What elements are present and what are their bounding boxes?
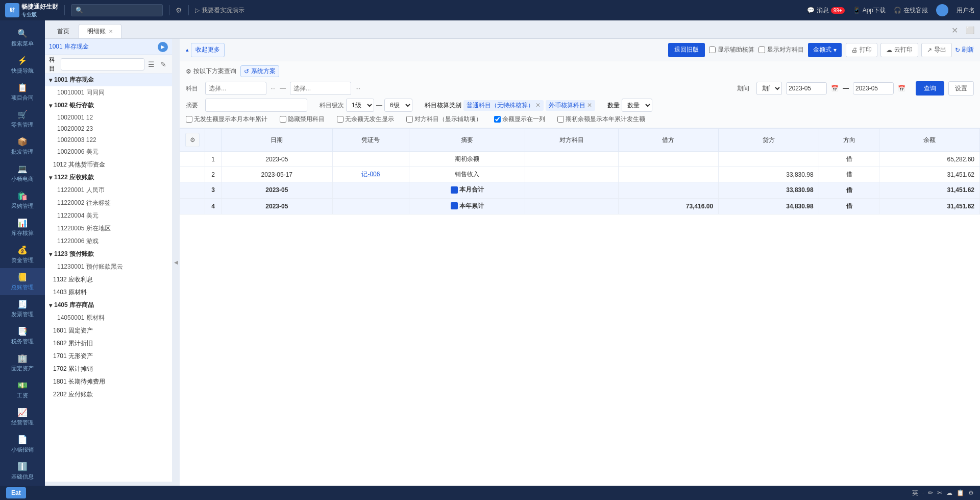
tree-item-14050001[interactable]: 14050001 原材料 <box>45 312 172 324</box>
sidebar-item-basic-info[interactable]: ℹ️ 基础信息 <box>0 458 45 485</box>
tree-item-10020006[interactable]: 10020006 美元 <box>45 146 172 158</box>
period-cal-icon2[interactable]: 📅 <box>898 85 905 92</box>
cloud-icon[interactable]: ☁ <box>946 489 952 496</box>
tree-item-11220001[interactable]: 11220001 人民币 <box>45 184 172 197</box>
eat-btn[interactable]: Eat <box>6 487 26 498</box>
edit-icon[interactable]: ✏ <box>928 489 933 496</box>
tree-item-2202[interactable]: 2202 应付账款 <box>45 388 172 401</box>
format-btn[interactable]: 金额式 ▾ <box>808 43 842 57</box>
nav-arrow-btn[interactable]: ▶ <box>158 42 168 52</box>
tree-item-11220002[interactable]: 11220002 往来标签 <box>45 197 172 209</box>
sidebar-item-accounting[interactable]: 📒 总账管理 <box>0 268 45 295</box>
sidebar-item-fixed-assets[interactable]: 🏢 固定资产 <box>0 349 45 376</box>
tree-item-1002[interactable]: ▾ 1002 银行存款 <box>45 99 172 112</box>
top-search[interactable]: 🔍 <box>71 4 163 16</box>
online-service-btn[interactable]: 🎧 在线客服 <box>894 6 928 15</box>
back-to-old-btn[interactable]: 退回旧版 <box>668 43 705 57</box>
tree-item-1405[interactable]: ▾ 1405 库存商品 <box>45 299 172 312</box>
summary-filter-input[interactable] <box>205 99 307 112</box>
sidebar-item-salary[interactable]: 💵 工资 <box>0 376 45 403</box>
tree-item-1123[interactable]: ▾ 1123 预付账款 <box>45 248 172 260</box>
lang-btn[interactable]: 英 <box>912 489 918 497</box>
period-from-input[interactable] <box>786 82 827 94</box>
tab-close-btn[interactable]: ✕ <box>109 29 113 34</box>
list-view-btn[interactable]: ☰ <box>146 58 156 70</box>
tree-item-1403[interactable]: 1403 原材料 <box>45 286 172 299</box>
demo-link[interactable]: ▷ 我要看实况演示 <box>195 6 244 15</box>
message-btn[interactable]: 💬 消息 99+ <box>807 6 845 15</box>
sidebar-item-project[interactable]: 📋 项目合同 <box>0 79 45 106</box>
edit-view-btn[interactable]: ✎ <box>158 58 168 70</box>
period-cal-icon1[interactable]: 📅 <box>831 85 839 92</box>
print-btn[interactable]: 🖨 打印 <box>846 43 877 57</box>
tab-close-all-btn[interactable]: ✕ <box>948 24 961 36</box>
sidebar-item-quick-nav[interactable]: ⚡ 快捷导航 <box>0 52 45 79</box>
sidebar-item-sales-report[interactable]: 📄 小畅报销 <box>0 431 45 458</box>
app-download-btn[interactable]: 📱 App下载 <box>853 6 886 15</box>
avatar[interactable] <box>936 4 948 16</box>
tree-item-10020003[interactable]: 10020003 122 <box>45 134 172 146</box>
period-type-select[interactable]: 期间 <box>756 82 782 95</box>
show-aux-checkbox[interactable] <box>709 46 716 53</box>
level-from-select[interactable]: 1级2级3级 <box>346 99 374 112</box>
tree-item-1122[interactable]: ▾ 1122 应收账款 <box>45 171 172 184</box>
tab-detail[interactable]: 明细账 ✕ <box>79 24 121 38</box>
subject-filter-input[interactable] <box>205 82 266 95</box>
tree-item-10010001[interactable]: 10010001 同同同 <box>45 86 172 99</box>
checkbox-no-balance[interactable]: 无余额无发生显示 <box>337 115 394 124</box>
sidebar-item-finance[interactable]: 💰 资金管理 <box>0 241 45 268</box>
tree-item-11220004[interactable]: 11220004 美元 <box>45 209 172 222</box>
tree-item-1602[interactable]: 1602 累计折旧 <box>45 337 172 350</box>
sidebar-item-business[interactable]: 📈 经营管理 <box>0 403 45 431</box>
tree-item-1001[interactable]: ▾ 1001 库存现金 <box>45 74 172 86</box>
category-tag-close1[interactable]: ✕ <box>535 102 541 109</box>
sidebar-item-search[interactable]: 🔍 搜索菜单 <box>0 25 45 52</box>
scrollbar-h[interactable] <box>45 482 172 486</box>
tree-item-1601[interactable]: 1601 固定资产 <box>45 324 172 337</box>
sidebar-item-purchase[interactable]: 🛍️ 采购管理 <box>0 187 45 214</box>
tree-item-1132[interactable]: 1132 应收利息 <box>45 273 172 286</box>
cut-icon[interactable]: ✂ <box>937 489 942 496</box>
tab-maximize-btn[interactable]: ⬜ <box>964 24 976 36</box>
account-search-input[interactable] <box>61 58 144 70</box>
sidebar-item-retail[interactable]: 🛒 零售管理 <box>0 106 45 133</box>
tree-item-10020001[interactable]: 10020001 12 <box>45 112 172 123</box>
tree-item-1701[interactable]: 1701 无形资产 <box>45 350 172 363</box>
left-panel-collapse-btn[interactable]: ◀ <box>173 39 180 486</box>
system-scheme-btn[interactable]: ↺ 系统方案 <box>240 65 279 77</box>
qty-select[interactable]: 数量 <box>622 99 652 112</box>
expand-more-btn[interactable]: 收起更多 <box>191 43 225 57</box>
table-settings-icon[interactable]: ⚙ <box>185 133 200 147</box>
checkbox-hide-disabled[interactable]: 隐藏禁用科目 <box>280 115 325 124</box>
sidebar-item-wholesale[interactable]: 📦 批发管理 <box>0 133 45 160</box>
sidebar-item-ecommerce[interactable]: 💻 小畅电商 <box>0 160 45 187</box>
show-counterpart-checkbox[interactable] <box>758 46 765 53</box>
checkbox-balance-column[interactable]: 余额显示在一列 <box>494 115 545 124</box>
clipboard-icon[interactable]: 📋 <box>957 489 964 496</box>
level-to-select[interactable]: 6级4级5级 <box>384 99 412 112</box>
period-to-input[interactable] <box>853 82 894 94</box>
subject-filter-input2[interactable] <box>290 82 351 95</box>
tree-item-1702[interactable]: 1702 累计摊销 <box>45 363 172 375</box>
settings-bottom-icon[interactable]: ⚙ <box>968 489 974 496</box>
tree-item-10020002[interactable]: 10020002 23 <box>45 123 172 134</box>
tree-item-11220005[interactable]: 11220005 所在地区 <box>45 222 172 235</box>
checkbox-no-occurrence[interactable]: 无发生额显示本月本年累计 <box>186 115 267 124</box>
tree-item-11220006[interactable]: 11220006 游戏 <box>45 235 172 248</box>
refresh-btn[interactable]: ↻ 刷新 <box>955 45 974 54</box>
sidebar-item-invoice[interactable]: 🧾 发票管理 <box>0 295 45 322</box>
settings-icon[interactable]: ⚙ <box>176 6 182 14</box>
cloud-print-btn[interactable]: ☁ 云打印 <box>880 43 918 57</box>
category-tag-close2[interactable]: ✕ <box>587 102 592 109</box>
sidebar-item-tax[interactable]: 📑 税务管理 <box>0 322 45 349</box>
tree-item-1801[interactable]: 1801 长期待摊费用 <box>45 375 172 388</box>
settings-btn[interactable]: 设置 <box>948 81 974 96</box>
tab-home[interactable]: 首页 <box>49 24 78 38</box>
sidebar-item-inventory[interactable]: 📊 库存核算 <box>0 214 45 241</box>
checkbox-period-balance[interactable]: 期初余额显示本年累计发生额 <box>557 115 645 124</box>
tree-item-11230001[interactable]: 11230001 预付账款黑云 <box>45 260 172 273</box>
tree-item-1012[interactable]: 1012 其他货币资金 <box>45 158 172 171</box>
export-btn[interactable]: ↗ 导出 <box>921 43 952 57</box>
voucher-link[interactable]: 记-006 <box>361 171 380 178</box>
checkbox-counterpart-display[interactable]: 对方科目（显示辅助项） <box>406 115 482 124</box>
